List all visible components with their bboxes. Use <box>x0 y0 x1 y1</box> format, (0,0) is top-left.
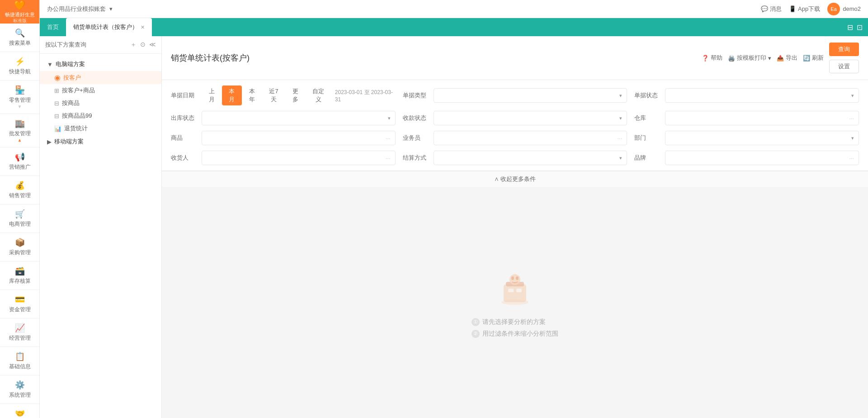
tree-section-pc[interactable]: ▼ 电脑端方案 <box>40 57 161 71</box>
settings-button[interactable]: 设置 <box>829 60 859 73</box>
date-filter-group: 上月 本月 本年 近7天 更多 自定义 2023-03-01 至 2023-03… <box>202 86 396 105</box>
refresh-action[interactable]: 🔄 刷新 <box>803 54 824 62</box>
receiver-control[interactable]: ··· <box>202 151 396 165</box>
basic-icon: 📋 <box>15 352 25 361</box>
receipt-status-control[interactable]: ▾ <box>434 111 627 125</box>
sidebar-item-finance[interactable]: 💳 资金管理 <box>0 290 39 318</box>
warehouse-control[interactable]: ··· <box>665 111 859 125</box>
left-panel-icons: ＋ ⊙ ≪ <box>130 41 156 49</box>
warehouse-dots-icon: ··· <box>849 115 854 122</box>
payment-method-control[interactable]: ▾ <box>434 151 627 165</box>
sidebar-system-label: 系统管理 <box>9 391 31 399</box>
left-panel: 按以下方案查询 ＋ ⊙ ≪ ▼ 电脑端方案 ◉ 按客户 ⊞ <box>40 36 162 418</box>
filter-row-2: 出库状态 ▾ 收款状态 ▾ 仓库 <box>171 111 859 125</box>
sidebar-item-ecom[interactable]: 🛒 电商管理 <box>0 204 39 233</box>
template-print-action[interactable]: 🖨️ 按模板打印 ▾ <box>728 54 771 62</box>
sidebar-item-basic[interactable]: 📋 基础信息 <box>0 347 39 375</box>
tree-item-by-product[interactable]: ⊟ 按商品 <box>40 97 161 109</box>
product-control[interactable]: ··· <box>202 131 396 145</box>
out-status-control[interactable]: ▾ <box>202 111 396 125</box>
sidebar-item-system[interactable]: ⚙️ 系统管理 <box>0 375 39 404</box>
shortcuts-icon: ⚡ <box>15 57 25 66</box>
doc-type-control[interactable]: ▾ <box>434 88 627 103</box>
doc-status-label: 单据状态 <box>634 91 661 100</box>
sidebar-item-inventory[interactable]: 🗃️ 库存核算 <box>0 261 39 290</box>
filter-receiver: 收货人 ··· <box>171 151 396 165</box>
date-btn-this-year[interactable]: 本年 <box>242 86 262 105</box>
search-icon: 🔍 <box>15 28 25 38</box>
collapse-panel-icon[interactable]: ≪ <box>149 41 156 49</box>
sidebar-item-search[interactable]: 🔍 搜索菜单 <box>0 24 39 52</box>
message-button[interactable]: 💬 消息 <box>761 5 782 13</box>
empty-illustration <box>492 264 538 309</box>
tree-item-by-customer-label: 按客户 <box>63 74 81 82</box>
svg-point-5 <box>516 276 519 280</box>
date-btn-more[interactable]: 更多 <box>285 86 306 105</box>
receiver-dots-icon: ··· <box>386 155 391 162</box>
filter-date: 单据日期 上月 本月 本年 近7天 更多 自定义 2023-03-01 至 20… <box>171 86 396 105</box>
tree-item-by-product-99[interactable]: ⊟ 按商品品99 <box>40 109 161 122</box>
page-actions: ❓ 帮助 🖨️ 按模板打印 ▾ 📤 导出 🔄 刷新 <box>702 41 859 75</box>
tree-section-mobile[interactable]: ▶ 移动端方案 <box>40 135 161 148</box>
dept-arrow-icon: ▾ <box>851 135 854 141</box>
app-download-button[interactable]: 📱 App下载 <box>789 5 820 13</box>
user-menu[interactable]: Ea demo2 <box>827 3 861 15</box>
sidebar-retail-label: 零售管理 <box>9 96 31 104</box>
empty-state: ① 请先选择要分析的方案 ② 用过滤条件来缩小分析范围 <box>162 187 868 418</box>
tree-item-by-product-label: 按商品 <box>62 99 80 107</box>
sidebar-item-sales[interactable]: 💰 销售管理 <box>0 176 39 204</box>
brand-control[interactable]: ··· <box>665 151 859 165</box>
help-action[interactable]: ❓ 帮助 <box>702 54 722 62</box>
dept-label: 部门 <box>634 134 661 142</box>
maximize-icon[interactable]: ⊡ <box>857 23 863 32</box>
brand-dots-icon: ··· <box>849 155 854 162</box>
tree-item-by-customer[interactable]: ◉ 按客户 <box>40 71 161 84</box>
refresh-label: 刷新 <box>812 54 824 62</box>
export-action[interactable]: 📤 导出 <box>777 54 797 62</box>
purchase-icon: 📦 <box>15 238 25 247</box>
add-scheme-icon[interactable]: ＋ <box>130 41 137 49</box>
doc-status-control[interactable]: ▾ <box>665 88 859 103</box>
dept-control[interactable]: ▾ <box>665 131 859 145</box>
sidebar-item-purchase[interactable]: 📦 采购管理 <box>0 233 39 261</box>
sidebar-item-retail[interactable]: 🏪 零售管理 ▼ <box>0 81 39 114</box>
tab-close-icon[interactable]: ✕ <box>141 24 145 30</box>
salesperson-control[interactable]: ··· <box>434 131 627 145</box>
content-area: 按以下方案查询 ＋ ⊙ ≪ ▼ 电脑端方案 ◉ 按客户 ⊞ <box>40 36 868 418</box>
export-label: 导出 <box>786 54 797 62</box>
tab-maximize-area: ⊟ ⊡ <box>842 23 868 32</box>
sidebar-item-shortcuts[interactable]: ⚡ 快捷导航 <box>0 52 39 81</box>
minimize-icon[interactable]: ⊟ <box>847 23 853 32</box>
settings-scheme-icon[interactable]: ⊙ <box>140 41 146 49</box>
sidebar-item-ops[interactable]: 📈 经营管理 <box>0 318 39 347</box>
system-icon: ⚙️ <box>15 380 25 390</box>
collapse-bar[interactable]: ∧ 收起更多条件 <box>162 171 868 187</box>
tree-item-return-stats[interactable]: 📊 退货统计 <box>40 122 161 135</box>
ecom-icon: 🛒 <box>15 209 25 219</box>
date-label: 单据日期 <box>171 91 198 100</box>
sidebar-item-corp[interactable]: 🤝 企业协同 <box>0 404 39 418</box>
marketing-icon: 📢 <box>15 152 25 162</box>
industry-selector[interactable]: 办公用品行业模拟账套 ▾ <box>47 5 113 13</box>
date-btn-last-7[interactable]: 近7天 <box>262 86 285 105</box>
tab-sales-stat[interactable]: 销货单统计表（按客户） ✕ <box>66 18 152 36</box>
date-btn-last-month[interactable]: 上月 <box>202 86 222 105</box>
tab-home[interactable]: 首页 <box>40 18 66 36</box>
help-icon: ❓ <box>702 55 709 62</box>
date-btn-this-month[interactable]: 本月 <box>222 86 242 105</box>
download-icon: 📱 <box>789 5 796 12</box>
filter-payment-method: 结算方式 ▾ <box>403 151 627 165</box>
active-dot-icon: ◉ <box>54 73 61 82</box>
sidebar-purchase-label: 采购管理 <box>9 249 31 256</box>
filter-brand: 品牌 ··· <box>634 151 859 165</box>
tree-item-by-customer-product[interactable]: ⊞ 按客户+商品 <box>40 84 161 97</box>
logo-icon: 🧡 <box>14 0 25 10</box>
sidebar-item-marketing[interactable]: 📢 营销推广 <box>0 147 39 176</box>
sidebar-item-wholesale[interactable]: 🏬 批发管理 ▲ <box>0 114 39 147</box>
template-print-label: 按模板打印 <box>737 54 766 62</box>
date-btn-custom[interactable]: 自定义 <box>306 86 331 105</box>
query-button[interactable]: 查询 <box>829 43 859 56</box>
print-arrow: ▾ <box>768 55 771 62</box>
user-initial: Ea <box>831 6 837 12</box>
tip-num-2: ② <box>472 330 480 338</box>
